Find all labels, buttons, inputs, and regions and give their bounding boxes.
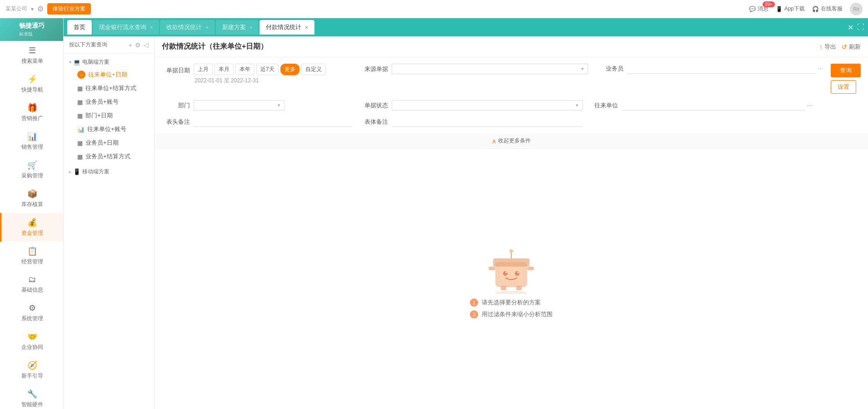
- partner-input[interactable]: [622, 101, 805, 111]
- tab-new-scheme[interactable]: 新建方案 ×: [216, 20, 259, 35]
- sidebar-logo: 畅捷通巧 标准版: [0, 18, 63, 41]
- page-header-actions: ↑ 导出 ↺ 刷新: [819, 43, 861, 51]
- scheme-item-icon: ▦: [77, 85, 83, 92]
- export-button[interactable]: ↑ 导出: [819, 43, 836, 51]
- scheme-item-unit-settle[interactable]: ▦ 往来单位+结算方式: [69, 81, 149, 95]
- enterprise-icon: 🤝: [27, 332, 37, 342]
- sidebar-item-label: 采购管理: [21, 172, 43, 180]
- scheme-item-icon: ▦: [77, 140, 83, 146]
- dept-label: 部门: [162, 101, 194, 110]
- sidebar-item-system[interactable]: ⚙ 系统管理: [0, 298, 63, 327]
- tab-receipt-stat-close[interactable]: ×: [205, 25, 208, 30]
- tab-bank-flow-close[interactable]: ×: [150, 25, 153, 30]
- tab-payment-stat-close[interactable]: ×: [305, 25, 308, 30]
- tab-home[interactable]: 首页: [67, 20, 92, 35]
- message-area[interactable]: 💬 消息 99+: [749, 5, 768, 13]
- try-industry-button[interactable]: 体验行业方案: [47, 3, 91, 15]
- sidebar-item-basic[interactable]: 🗂 基础信息: [0, 270, 63, 298]
- purchase-icon: 🛒: [27, 160, 37, 170]
- query-button[interactable]: 查询: [831, 64, 861, 77]
- online-service[interactable]: 🎧 在线客服: [812, 5, 843, 13]
- voucher-status-label: 单据状态: [360, 101, 392, 110]
- date-7days-btn[interactable]: 近7天: [256, 64, 279, 75]
- tab-bank-flow[interactable]: 现金银行流水查询 ×: [93, 20, 159, 35]
- main-content: 付款情况统计（往来单位+日期） ↑ 导出 ↺ 刷新: [155, 36, 868, 409]
- sidebar-item-enterprise[interactable]: 🤝 企业协同: [0, 327, 63, 356]
- dept-select[interactable]: ▾: [194, 100, 284, 111]
- tab-new-scheme-close[interactable]: ×: [249, 25, 252, 30]
- message-badge: 99+: [763, 1, 775, 7]
- date-this-month-btn[interactable]: 本月: [215, 64, 234, 75]
- scheme-item-unit-date[interactable]: ○ 往来单位+日期: [69, 68, 149, 81]
- sidebar-item-sales[interactable]: 📊 销售管理: [0, 127, 63, 156]
- app-download[interactable]: 📱 App下载: [776, 5, 805, 13]
- sidebar-item-operation[interactable]: 📋 经营管理: [0, 242, 63, 270]
- scheme-mobile-group-title[interactable]: ▸ 📱 移动端方案: [69, 166, 149, 177]
- sidebar-item-marketing[interactable]: 🎁 营销推广: [0, 98, 63, 127]
- main-layout: 畅捷通巧 标准版 ☰ 搜索菜单 ⚡ 快捷导航 🎁 营销推广 📊 销售管理 🛒 采…: [0, 18, 868, 409]
- staff-dots-icon[interactable]: ···: [818, 65, 823, 73]
- scheme-pc-group-title[interactable]: ▾ 💻 电脑端方案: [69, 56, 149, 68]
- sidebar-item-guide[interactable]: 🧭 新手引导: [0, 356, 63, 384]
- sidebar-item-label: 营销推广: [21, 115, 43, 122]
- date-last-month-btn[interactable]: 上月: [194, 64, 213, 75]
- header-gear-icon[interactable]: ⚙: [37, 5, 44, 13]
- refresh-button[interactable]: ↺ 刷新: [842, 43, 861, 51]
- partner-label: 往来单位: [590, 101, 622, 110]
- tab-receipt-stat[interactable]: 收款情况统计 ×: [160, 20, 215, 35]
- scheme-item-staff-settle[interactable]: ▦ 业务员+结算方式: [69, 150, 149, 163]
- scheme-item-label: 往来单位+结算方式: [85, 84, 136, 92]
- collapse-bar[interactable]: ∧ 收起更多条件: [155, 133, 868, 149]
- sidebar-item-purchase[interactable]: 🛒 采购管理: [0, 156, 63, 184]
- sidebar-item-label: 智能硬件: [21, 401, 43, 409]
- sidebar-item-label: 库存核算: [21, 201, 43, 208]
- sidebar-item-search-menu[interactable]: ☰ 搜索菜单: [0, 41, 63, 70]
- scheme-collapse-icon[interactable]: ◁: [144, 41, 149, 49]
- company-dropdown[interactable]: ▾: [31, 6, 34, 12]
- tab-payment-stat-label: 付款情况统计: [266, 23, 301, 31]
- svg-point-13: [495, 291, 527, 294]
- app-icon: 📱: [776, 6, 783, 12]
- refresh-label: 刷新: [849, 43, 861, 51]
- logo-text: 畅捷通巧: [19, 22, 45, 30]
- empty-tip-2: 2 用过滤条件来缩小分析范围: [470, 310, 553, 318]
- scheme-panel-label: 按以下方案查询: [69, 41, 107, 49]
- scheme-item-label: 往来单位+账号: [87, 125, 126, 133]
- partner-dots-icon[interactable]: ···: [807, 101, 813, 110]
- page-title: 付款情况统计（往来单位+日期）: [162, 42, 268, 51]
- svg-point-4: [515, 271, 519, 276]
- scheme-add-icon[interactable]: +: [129, 41, 132, 49]
- scheme-settings-icon[interactable]: ⚙: [135, 41, 141, 49]
- date-custom-btn[interactable]: 自定义: [301, 64, 326, 75]
- sidebar-item-capital[interactable]: 💰 资金管理: [0, 213, 63, 242]
- scheme-item-dept-date[interactable]: ▦ 部门+日期: [69, 109, 149, 122]
- scheme-panel-actions: + ⚙ ◁: [129, 41, 149, 49]
- tab-close-all-button[interactable]: ✕: [848, 23, 853, 32]
- avatar[interactable]: Rit: [850, 3, 863, 15]
- date-this-year-btn[interactable]: 本年: [235, 64, 254, 75]
- tab-bar-actions: ✕ ⛶: [848, 23, 864, 32]
- staff-input[interactable]: [627, 64, 816, 74]
- search-menu-icon: ☰: [29, 45, 36, 56]
- source-select[interactable]: ▾: [392, 64, 588, 74]
- mobile-group-arrow: ▸: [69, 169, 71, 174]
- sidebar-item-label: 经营管理: [21, 258, 43, 266]
- svg-point-6: [517, 272, 519, 273]
- header-note-input[interactable]: [194, 117, 353, 127]
- voucher-status-select[interactable]: ▾: [392, 100, 583, 111]
- scheme-item-label: 部门+日期: [85, 111, 113, 120]
- tab-payment-stat[interactable]: 付款情况统计 ×: [259, 20, 314, 35]
- tab-expand-button[interactable]: ⛶: [857, 23, 864, 32]
- sidebar-item-inventory[interactable]: 📦 库存核算: [0, 184, 63, 213]
- sidebar-item-hardware[interactable]: 🔧 智能硬件: [0, 384, 63, 409]
- body-note-input[interactable]: [392, 117, 583, 127]
- scheme-item-staff-date[interactable]: ▦ 业务员+日期: [69, 136, 149, 150]
- scheme-item-staff-account[interactable]: ▦ 业务员+账号: [69, 95, 149, 109]
- filter-row-3: 表头备注 表体备注: [162, 117, 861, 133]
- settings-button[interactable]: 设置: [831, 80, 856, 94]
- scheme-item-unit-account[interactable]: 📊 往来单位+账号: [69, 122, 149, 136]
- sidebar-item-quick-nav[interactable]: ⚡ 快捷导航: [0, 70, 63, 98]
- message-icon: 💬: [749, 6, 756, 12]
- voucher-date-label: 单据日期: [162, 66, 194, 75]
- date-more-btn[interactable]: 更多: [280, 64, 299, 75]
